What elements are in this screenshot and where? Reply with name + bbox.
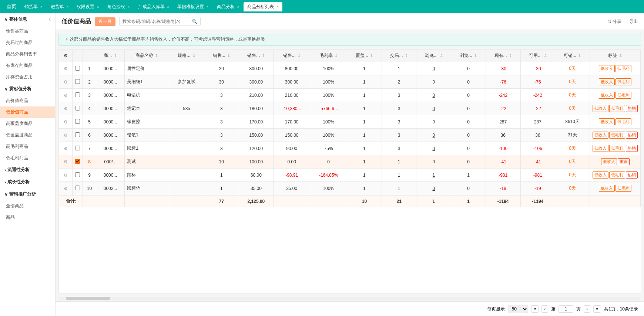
row-settings[interactable]: ⚙ [59, 142, 73, 155]
row-gross-rate: 100% [310, 129, 347, 142]
col-sellable[interactable]: 可销... ⇕ [555, 50, 590, 62]
row-settings[interactable]: ⚙ [59, 129, 73, 142]
row-browse1[interactable]: 0 [416, 142, 451, 155]
sidebar-item-stock-goods[interactable]: 有库存的商品 [0, 60, 55, 71]
row-settings[interactable]: ⚙ [59, 182, 73, 196]
col-current[interactable]: 现有... ⇕ [486, 50, 520, 62]
col-tags[interactable]: 标签 ⇕ [590, 50, 641, 62]
row-browse1[interactable]: 0 [416, 89, 451, 102]
sidebar-group-growth[interactable]: › 成长性分析 [0, 176, 55, 188]
row-browse1[interactable]: 0 [416, 75, 451, 89]
row-browse1[interactable]: 1 [416, 169, 451, 182]
row-checkbox[interactable] [73, 62, 83, 75]
sidebar-group-circulation[interactable]: › 流通性分析 [0, 164, 55, 176]
col-gross-rate[interactable]: 毛利率 ⇕ [310, 50, 347, 62]
sidebar-item-high-value[interactable]: 高价值商品 [0, 95, 55, 106]
nav-close-product-analysis[interactable]: × [236, 5, 239, 9]
sidebar-item-high-coverage[interactable]: 高覆盖度商品 [0, 118, 55, 129]
nav-home[interactable]: 首页 [3, 2, 20, 11]
row-settings[interactable]: ⚙ [59, 155, 73, 169]
period-button[interactable]: 近一月 [95, 17, 115, 26]
export-button[interactable]: ↑ 导出 [626, 18, 638, 25]
col-settings[interactable]: ⚙ [59, 50, 73, 62]
nav-permission[interactable]: 权限设置 × [73, 2, 103, 11]
nav-product-analysis-list[interactable]: 商品分析列表 × [244, 2, 282, 11]
nav-product-warehouse[interactable]: 产成品入库单 × [134, 2, 173, 11]
col-available[interactable]: 可用... ⇕ [520, 50, 555, 62]
sidebar-group-contribution[interactable]: ∨ 贡献值分析 [0, 83, 55, 95]
next-page-btn[interactable]: › [584, 305, 590, 313]
col-sale-price[interactable]: 销售... ⇕ [239, 50, 274, 62]
nav-sales[interactable]: 销货单 × [21, 2, 46, 11]
col-code[interactable]: 商... ⇕ [96, 50, 125, 62]
nav-purchase[interactable]: 进货单 × [47, 2, 73, 11]
row-browse1[interactable]: 0 [416, 62, 451, 75]
row-settings[interactable]: ⚙ [59, 115, 73, 129]
nav-close-sales[interactable]: × [39, 5, 43, 9]
row-settings[interactable]: ⚙ [59, 102, 73, 115]
row-settings[interactable]: ⚙ [59, 169, 73, 182]
search-icon[interactable]: 🔍 [192, 19, 197, 24]
nav-close-permission[interactable]: × [96, 5, 99, 9]
nav-close-role[interactable]: × [127, 5, 130, 9]
col-coverage[interactable]: 覆盖... ⇕ [347, 50, 382, 62]
row-sale-qty: 1 [204, 169, 239, 182]
row-checkbox[interactable] [73, 155, 83, 169]
row-settings[interactable]: ⚙ [59, 75, 73, 89]
row-tag: 低收入 [599, 92, 615, 99]
col-trade[interactable]: 交易... ⇕ [382, 50, 416, 62]
row-checkbox[interactable] [73, 182, 83, 196]
row-checkbox[interactable] [73, 142, 83, 155]
row-checkbox[interactable] [73, 75, 83, 89]
col-name[interactable]: 商品名称 ⇕ [125, 50, 169, 62]
nav-close-product-warehouse[interactable]: × [166, 5, 170, 9]
nav-close-product-analysis-list[interactable]: × [275, 5, 279, 9]
sidebar-item-traded-goods[interactable]: 交易过的商品 [0, 37, 55, 48]
row-checkbox[interactable] [73, 89, 83, 102]
sidebar-item-low-value[interactable]: 低价值商品 [0, 106, 55, 118]
sidebar-group-overall[interactable]: ∨ 整体信息 《 [0, 13, 55, 26]
sidebar-group-marketing[interactable]: ∨ 营销推广分析 [0, 188, 55, 200]
row-checkbox[interactable] [73, 129, 83, 142]
horizontal-scrollbar[interactable] [58, 297, 641, 300]
row-browse1[interactable]: 0 [416, 129, 451, 142]
row-checkbox[interactable] [73, 102, 83, 115]
last-page-btn[interactable]: » [593, 305, 601, 313]
sidebar-item-high-profit[interactable]: 高毛利商品 [0, 141, 55, 152]
total-current: -1194 [486, 195, 520, 207]
nav-close-template[interactable]: × [205, 5, 209, 9]
col-browse2[interactable]: 浏览... ⇕ [451, 50, 486, 62]
row-settings[interactable]: ⚙ [59, 89, 73, 102]
row-browse1[interactable]: 0 [416, 102, 451, 115]
current-page-input[interactable] [559, 305, 573, 313]
col-browse1[interactable]: 浏览... ⇕ [416, 50, 451, 62]
page-size-select[interactable]: 50 100 200 [508, 305, 528, 313]
col-sale-qty[interactable]: 销售... ⇕ [204, 50, 239, 62]
scrollbar-thumb[interactable] [66, 297, 110, 300]
nav-close-purchase[interactable]: × [66, 5, 69, 9]
row-browse1[interactable]: 0 [416, 115, 451, 129]
sidebar-item-new-goods[interactable]: 新品 [0, 212, 55, 223]
col-spec[interactable]: 规格... ⇕ [169, 50, 204, 62]
row-browse1[interactable]: 0 [416, 155, 451, 169]
sidebar-item-stock-funds[interactable]: 库存资金占用 [0, 71, 55, 83]
row-checkbox[interactable] [73, 169, 83, 182]
prev-page-btn[interactable]: ‹ [541, 305, 548, 313]
row-settings[interactable]: ⚙ [59, 62, 73, 75]
sidebar-item-category-sales[interactable]: 商品分类销售率 [0, 48, 55, 60]
search-input[interactable] [123, 19, 190, 24]
row-checkbox[interactable] [73, 115, 83, 129]
sidebar-item-low-profit[interactable]: 低毛利商品 [0, 152, 55, 164]
first-page-btn[interactable]: « [531, 305, 539, 313]
sidebar-item-low-coverage[interactable]: 低覆盖度商品 [0, 129, 55, 141]
sidebar-item-sales-goods[interactable]: 销售类商品 [0, 26, 55, 37]
row-browse1[interactable]: 0 [416, 182, 451, 196]
sidebar-item-all-goods[interactable]: 全部商品 [0, 200, 55, 212]
col-sale-amount[interactable]: 销售... ⇕ [274, 50, 310, 62]
row-name: 吴细细1 [125, 75, 169, 89]
sidebar-collapse-btn-overall[interactable]: 《 [47, 17, 51, 22]
nav-role[interactable]: 角色授权 × [104, 2, 134, 11]
nav-product-analysis[interactable]: 商品分析 × [213, 2, 243, 11]
share-button[interactable]: ⇅ 分享 [608, 18, 621, 25]
nav-template[interactable]: 单据模板设置 × [174, 2, 212, 11]
